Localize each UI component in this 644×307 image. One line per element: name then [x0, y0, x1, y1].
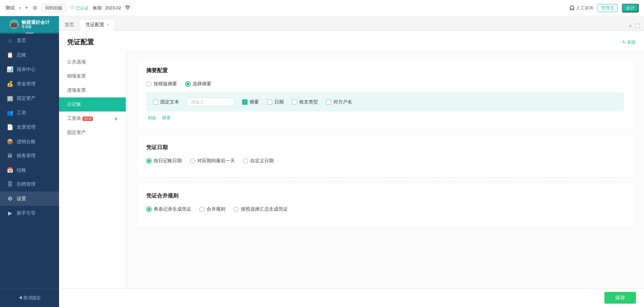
merge-radio-single[interactable]: 单条记录生成凭证: [146, 206, 191, 212]
certified-text: 已认证: [76, 5, 89, 11]
sidebar-item-close[interactable]: 📅 结账: [0, 163, 59, 177]
checkbox-box-summary: ✓: [242, 99, 248, 105]
asset-icon: 🏢: [7, 95, 13, 101]
sidebar-item-guide[interactable]: ▶ 新手引导: [0, 206, 59, 220]
radio-circle-single: [146, 207, 152, 212]
calendar-icon[interactable]: 📅: [125, 5, 130, 10]
checkbox-label-fixed-text: 固定文本: [160, 99, 179, 105]
tab-bar-expand-icon[interactable]: ⛶: [635, 23, 640, 29]
archive-icon: 🗄: [7, 181, 13, 187]
radio-label-custom-date: 自定义日期: [250, 158, 274, 164]
date-radio-group: 按日记账日期 对应期间最后一天 自定义日期: [146, 158, 624, 164]
page-title: 凭证配置: [67, 38, 94, 47]
sidebar-item-fund[interactable]: 💰 资金管理: [0, 77, 59, 91]
sidebar-item-label: 首页: [17, 38, 26, 44]
left-nav: 公共选项 销项发票 进项发票 日记账 工资表 NEW: [59, 51, 126, 288]
date-radio-period-last[interactable]: 对应期间最后一天: [190, 158, 235, 164]
ledger-icon: 📋: [7, 52, 13, 58]
summary-radio-group: 按模版摘要 选择摘要: [146, 81, 624, 87]
sidebar-item-ledger[interactable]: 📋 总账: [0, 48, 59, 62]
main-layout: 💼 畅捷通好会计 专业版 ⌂ 首页 📋 总账 📊 报表中心: [0, 16, 644, 307]
sidebar-item-inventory[interactable]: 📦 进销台账: [0, 134, 59, 149]
sidebar-item-label: 进销台账: [17, 139, 36, 145]
content-area: 首页 凭证配置 × × ⛶ 凭证配置 ↻ 刷新: [59, 16, 644, 307]
checkbox-payment-type[interactable]: 收支类型: [292, 99, 318, 105]
sidebar-item-label: 归档管理: [17, 181, 36, 187]
left-nav-item-purchase-invoice[interactable]: 进项发票: [59, 83, 126, 97]
merge-section: 凭证合并规则 单条记录生成凭证 合并规则: [137, 184, 633, 226]
period-label: 账期 2023-02 📅: [93, 5, 130, 11]
sidebar-item-invoice[interactable]: 📄 发票管理: [0, 120, 59, 134]
sidebar-item-settings[interactable]: ⚙ 设置: [0, 191, 59, 206]
checkbox-counterpart[interactable]: 对方户名: [326, 99, 352, 105]
sidebar-item-label: 新手引导: [17, 210, 36, 216]
refresh-button[interactable]: ↻ 刷新: [622, 39, 636, 45]
sidebar-item-home[interactable]: ⌂ 首页: [0, 34, 59, 48]
radio-label-select: 选择摘要: [193, 81, 211, 87]
radio-circle-journal-date: [146, 158, 152, 164]
tab-home[interactable]: 首页: [59, 18, 80, 31]
left-nav-item-payroll-table[interactable]: 工资表 NEW ∨: [59, 112, 126, 126]
invoice-icon: 📄: [7, 124, 13, 130]
page-header: 凭证配置 ↻ 刷新: [59, 31, 644, 51]
sidebar-item-report[interactable]: 📊 报表中心: [0, 62, 59, 77]
payroll-icon: 👥: [7, 109, 13, 116]
right-content: 摘要配置 按模版摘要 选择摘要: [126, 51, 644, 288]
save-button[interactable]: 保存: [604, 292, 636, 304]
old-version-button[interactable]: 切到旧版: [41, 4, 66, 12]
settings-icon[interactable]: ⚙: [33, 5, 37, 11]
radio-circle-merge-rule: [199, 207, 205, 212]
sidebar-item-payroll[interactable]: 👥 工资: [0, 105, 59, 120]
summary-radio-template[interactable]: 按模版摘要: [146, 81, 177, 87]
checkbox-label-counterpart: 对方户名: [333, 99, 352, 105]
company-name: 测试: [5, 5, 15, 11]
sidebar-item-label: 发票管理: [17, 124, 36, 130]
summary-radio-select[interactable]: 选择摘要: [185, 81, 211, 87]
service-button[interactable]: 🎧 人工咨询: [569, 5, 593, 11]
sidebar-item-label: 总账: [17, 52, 26, 58]
sidebar-item-label: 税务管理: [17, 153, 36, 159]
sidebar-item-tax[interactable]: 🏛 税务管理: [0, 149, 59, 163]
sidebar-item-label: 工资: [17, 110, 26, 116]
merge-radio-rule[interactable]: 合并规则: [199, 206, 225, 212]
date-section: 凭证日期 按日记账日期 对应期间最后一天: [137, 136, 633, 178]
radio-circle-period-last: [190, 158, 195, 164]
accountant-button[interactable]: 会计: [622, 4, 639, 12]
chevron-down-icon: ∨: [114, 116, 118, 121]
checkbox-label-payment-type: 收支类型: [299, 99, 318, 105]
tax-icon: 🏛: [7, 153, 13, 159]
report-icon: 📊: [7, 66, 13, 73]
fixed-text-input[interactable]: [187, 98, 234, 106]
left-nav-item-fixed-assets[interactable]: 固定资产: [59, 126, 126, 140]
radio-label-template: 按模版摘要: [154, 81, 177, 87]
fund-icon: 💰: [7, 81, 13, 87]
merge-radio-select-summary[interactable]: 按照选择汇总生成凭证: [233, 206, 288, 212]
left-nav-item-sales-invoice[interactable]: 销项发票: [59, 69, 126, 83]
checkbox-box-fixed-text: [153, 99, 158, 105]
date-radio-journal[interactable]: 按日记账日期: [146, 158, 182, 164]
left-nav-item-public[interactable]: 公共选项: [59, 55, 126, 69]
left-nav-item-journal[interactable]: 日记账: [59, 97, 126, 112]
unpin-button[interactable]: ◀ 取消固定: [0, 292, 59, 304]
radio-label-merge-rule: 合并规则: [207, 206, 225, 212]
inner-layout: 公共选项 销项发票 进项发票 日记账 工资表 NEW: [59, 51, 644, 288]
checkbox-date[interactable]: 日期: [267, 99, 284, 105]
radio-label-journal-date: 按日记账日期: [154, 158, 182, 164]
tab-voucher-config[interactable]: 凭证配置 ×: [80, 19, 115, 31]
page-content: 凭证配置 ↻ 刷新 公共选项 销项发票 进项发票: [59, 31, 644, 288]
checkbox-summary[interactable]: ✓ 摘要: [242, 99, 259, 105]
admin-button[interactable]: 管理员: [597, 4, 618, 12]
tab-bar-close-icon[interactable]: ×: [629, 23, 632, 29]
sidebar-item-asset[interactable]: 🏢 固定资产: [0, 91, 59, 105]
tab-close-icon[interactable]: ×: [107, 23, 109, 27]
tab-voucher-config-label: 凭证配置: [86, 22, 104, 28]
company-dropdown-icon[interactable]: ▾: [19, 6, 21, 10]
tab-home-label: 首页: [65, 22, 74, 28]
checkbox-box-payment-type: [292, 99, 297, 105]
radio-circle-template: [146, 81, 152, 87]
sidebar-item-archive[interactable]: 🗄 归档管理: [0, 177, 59, 191]
date-radio-custom[interactable]: 自定义日期: [243, 158, 274, 164]
new-badge: NEW: [83, 117, 93, 121]
checkbox-fixed-text[interactable]: 固定文本: [153, 99, 179, 105]
add-company-icon[interactable]: +: [25, 4, 29, 11]
